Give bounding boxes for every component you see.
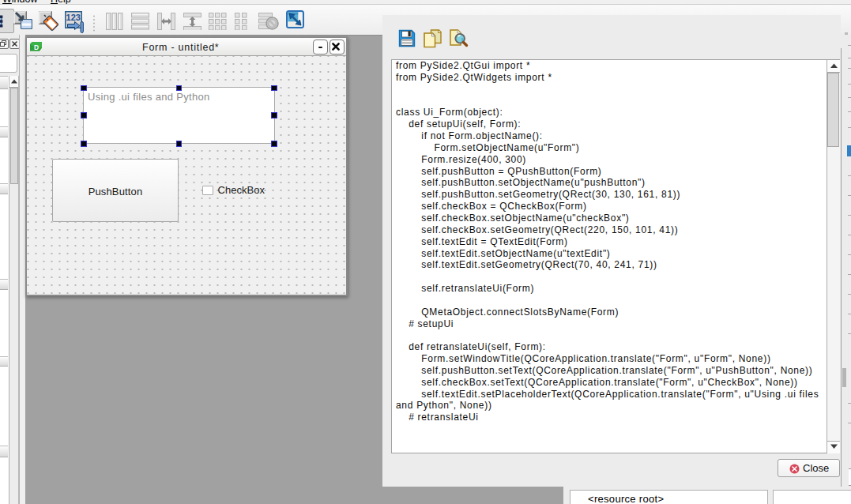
svg-text:D: D	[34, 43, 39, 51]
svg-text:123: 123	[66, 13, 81, 22]
